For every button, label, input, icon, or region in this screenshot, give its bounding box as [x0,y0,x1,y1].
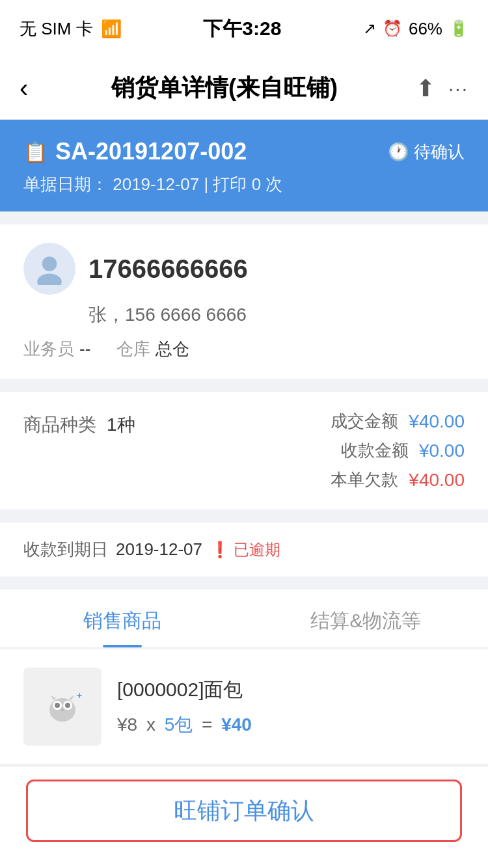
status-left: 无 SIM 卡 📶 [20,18,122,40]
order-status-badge: 🕐 待确认 [388,141,465,163]
tab-settlement[interactable]: 结算&物流等 [244,590,488,647]
status-right: ↗ ⏰ 66% 🔋 [363,19,468,39]
customer-row: 17666666666 [23,243,465,295]
customer-name: 张，156 6666 6666 [23,303,465,327]
multiply-sign: x [146,714,156,735]
due-date-value: 2019-12-07 [116,539,202,560]
due-date-label: 收款到期日 [23,538,108,561]
svg-point-6 [65,703,70,708]
battery-icon: 🔋 [449,20,468,38]
sales-label: 业务员 [23,338,74,360]
customer-meta: 业务员 -- 仓库 总仓 [23,338,465,360]
svg-point-0 [42,256,57,271]
status-bar: 无 SIM 卡 📶 下午3:28 ↗ ⏰ 66% 🔋 [0,0,488,57]
nav-actions: ⬆ ··· [390,75,468,102]
carrier-text: 无 SIM 卡 [20,18,93,40]
summary-left: 商品种类 1种 [23,410,135,437]
product-info: [0000002]面包 ¥8 x 5包 = ¥40 [117,677,465,737]
share-icon[interactable]: ⬆ [416,75,435,102]
confirm-order-button[interactable]: 旺铺订单确认 [26,780,462,842]
date-label: 单据日期： [23,174,108,194]
status-time: 下午3:28 [203,16,281,42]
received-row: 收款金额 ¥0.00 [341,439,465,462]
print-label: | 打印 [204,174,247,194]
nav-bar: ‹ 销货单详情(来自旺铺) ⬆ ··· [0,57,488,120]
warehouse-item: 仓库 总仓 [116,338,189,360]
received-value: ¥0.00 [419,441,465,461]
page-title: 销货单详情(来自旺铺) [59,72,390,104]
product-type-label: 商品种类 [23,413,96,437]
tab-sales-label: 销售商品 [83,610,161,631]
svg-text:+: + [77,690,82,701]
product-type-value: 1种 [107,413,135,437]
received-label: 收款金额 [341,439,409,462]
order-date-row: 单据日期： 2019-12-07 | 打印 0 次 [23,173,465,196]
battery-text: 66% [409,19,442,39]
tab-sales-products[interactable]: 销售商品 [0,590,244,647]
svg-marker-9 [69,695,74,700]
sales-item: 业务员 -- [23,338,90,360]
order-header-card: 📋 SA-20191207-002 🕐 待确认 单据日期： 2019-12-07… [0,120,488,211]
warehouse-label: 仓库 [116,338,150,360]
tab-settlement-label: 结算&物流等 [310,610,421,631]
confirm-button-label: 旺铺订单确认 [174,795,314,827]
total-price: ¥40 [221,714,252,735]
product-item: + [0000002]面包 ¥8 x 5包 = ¥40 [0,649,488,765]
due-date-card: 收款到期日 2019-12-07 ❗ 已逾期 [0,522,488,576]
warehouse-value: 总仓 [156,338,189,360]
product-thumbnail: + [23,668,102,746]
owed-value: ¥40.00 [409,470,465,491]
order-doc-icon: 📋 [23,141,47,163]
order-number-text: SA-20191207-002 [55,138,247,165]
transaction-value: ¥40.00 [409,411,465,432]
bottom-bar: 旺铺订单确认 [0,766,488,868]
status-text: 待确认 [414,141,465,163]
customer-avatar [23,243,75,295]
print-unit: 次 [265,174,282,194]
order-date-value: 2019-12-07 [113,174,199,194]
overdue-text: 已逾期 [234,539,280,560]
customer-phone: 17666666666 [88,254,248,284]
tabs-container: 销售商品 结算&物流等 [0,590,488,648]
overdue-icon: ❗ [210,541,230,559]
owed-row: 本单欠款 ¥40.00 [331,468,465,491]
equals-sign: = [202,714,212,735]
unit-price: ¥8 [117,714,137,735]
clock-icon: 🕐 [388,142,409,162]
transaction-row: 成交金额 ¥40.00 [331,410,465,433]
owed-label: 本单欠款 [331,468,398,491]
product-section: + [0000002]面包 ¥8 x 5包 = ¥40 [0,649,488,765]
alarm-icon: ⏰ [383,20,402,38]
summary-right: 成交金额 ¥40.00 收款金额 ¥0.00 本单欠款 ¥40.00 [331,410,465,491]
svg-point-1 [37,274,62,286]
summary-card: 商品种类 1种 成交金额 ¥40.00 收款金额 ¥0.00 本单欠款 ¥40.… [0,392,488,509]
order-number-row: 📋 SA-20191207-002 [23,138,247,165]
wifi-icon: 📶 [101,19,122,39]
transaction-label: 成交金额 [331,410,398,433]
more-icon[interactable]: ··· [448,77,468,100]
quantity: 5包 [165,714,193,735]
svg-point-4 [55,703,60,708]
location-icon: ↗ [363,20,376,38]
overdue-badge: ❗ 已逾期 [210,539,280,560]
product-name: [0000002]面包 [117,677,465,703]
svg-marker-8 [51,695,56,700]
product-price-row: ¥8 x 5包 = ¥40 [117,712,465,737]
back-button[interactable]: ‹ [20,74,59,103]
customer-card: 17666666666 张，156 6666 6666 业务员 -- 仓库 总仓 [0,224,488,379]
sales-value: -- [79,339,90,359]
print-count: 0 [252,174,261,194]
